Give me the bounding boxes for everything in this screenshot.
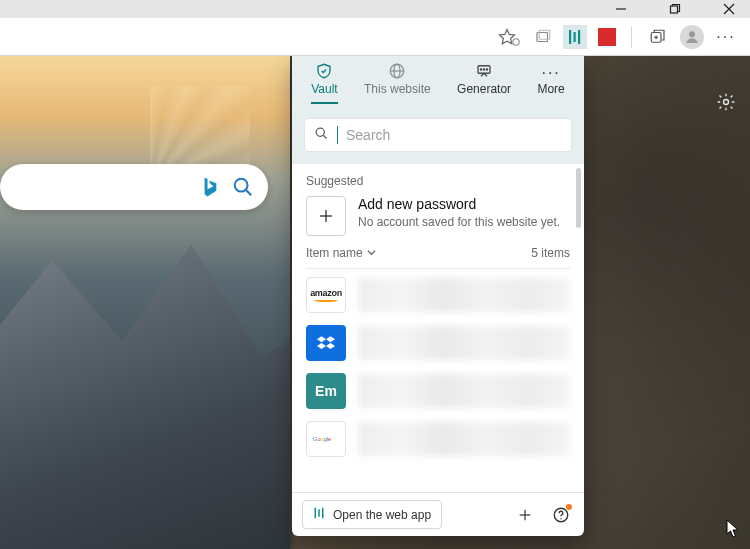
open-web-app-button[interactable]: Open the web app [302,500,442,529]
dropbox-logo-icon [306,325,346,361]
tab-more-label: More [537,82,564,96]
page-settings-icon[interactable] [716,92,736,116]
list-divider [306,268,570,269]
em-logo-icon: Em [306,373,346,409]
svg-point-25 [316,128,324,136]
vault-item-dropbox[interactable] [306,319,570,367]
add-password-subtitle: No account saved for this website yet. [358,215,560,229]
svg-rect-30 [315,508,317,519]
svg-line-26 [323,135,326,138]
svg-point-23 [483,69,484,70]
popup-tab-bar: Vault This website Generator ··· More [292,56,584,110]
svg-text:Google: Google [313,436,331,442]
new-tab-search-box[interactable] [0,164,268,210]
more-icon: ··· [541,66,560,80]
suggested-heading: Suggested [306,174,570,188]
svg-point-24 [486,69,487,70]
dashlane-icon [313,506,325,523]
svg-point-17 [724,100,729,105]
footer-help-button[interactable] [548,502,574,528]
vault-item-details-redacted [358,422,570,456]
sort-label: Item name [306,246,363,260]
vault-item-google[interactable]: Google [306,415,570,463]
scrollbar-thumb[interactable] [576,168,581,228]
favorites-icon[interactable] [495,23,523,51]
browser-menu-icon[interactable]: ··· [712,23,740,51]
password-manager-popup: Vault This website Generator ··· More [292,56,584,536]
search-icon [232,176,254,198]
svg-point-22 [480,69,481,70]
window-restore-button[interactable] [660,3,690,15]
tab-this-website-label: This website [364,82,431,96]
svg-point-14 [689,31,695,37]
popup-search-input[interactable] [346,127,562,143]
footer-add-button[interactable] [512,502,538,528]
vault-item-details-redacted [358,278,570,312]
tab-generator[interactable]: Generator [457,62,511,110]
extension-red-icon[interactable] [595,25,619,49]
mouse-cursor [726,519,740,543]
window-close-button[interactable] [714,3,744,15]
edge-new-tab-page [0,56,290,549]
open-web-app-label: Open the web app [333,508,431,522]
search-icon [314,126,329,144]
text-caret [337,126,338,144]
extension-dashlane-icon[interactable] [563,25,587,49]
svg-rect-10 [578,30,580,44]
plus-icon [306,196,346,236]
window-minimize-button[interactable] [606,3,636,15]
sort-button[interactable]: Item name [306,246,376,260]
add-password-title: Add new password [358,196,560,213]
svg-point-15 [235,179,248,192]
tab-vault-label: Vault [311,82,337,96]
tab-this-website[interactable]: This website [364,62,431,110]
toolbar-divider [631,26,632,48]
tab-vault[interactable]: Vault [311,62,337,110]
vault-item-amazon[interactable]: amazon [306,271,570,319]
svg-rect-1 [671,6,678,13]
svg-rect-7 [539,30,550,39]
window-titlebar [0,0,750,18]
vault-item-em[interactable]: Em [306,367,570,415]
amazon-logo-icon: amazon [306,277,346,313]
popup-footer: Open the web app [292,492,584,536]
svg-line-16 [246,190,251,195]
add-new-password-row[interactable]: Add new password No account saved for th… [306,196,570,236]
tab-generator-label: Generator [457,82,511,96]
vault-item-details-redacted [358,326,570,360]
item-count-label: 5 items [531,246,570,260]
popup-search-field[interactable] [304,118,572,152]
svg-rect-6 [537,32,548,41]
vault-item-details-redacted [358,374,570,408]
svg-rect-31 [318,509,320,517]
google-logo-icon: Google [306,421,346,457]
browser-toolbar: ··· [0,18,750,56]
svg-point-36 [560,518,561,519]
profile-avatar[interactable] [680,25,704,49]
bing-logo-icon [200,176,218,198]
svg-rect-8 [569,30,571,44]
collections-icon[interactable] [644,23,672,51]
svg-rect-32 [322,508,324,519]
extension-generic-icon[interactable] [531,25,555,49]
svg-rect-9 [574,32,576,42]
tab-more[interactable]: ··· More [537,66,564,110]
chevron-down-icon [367,246,376,260]
